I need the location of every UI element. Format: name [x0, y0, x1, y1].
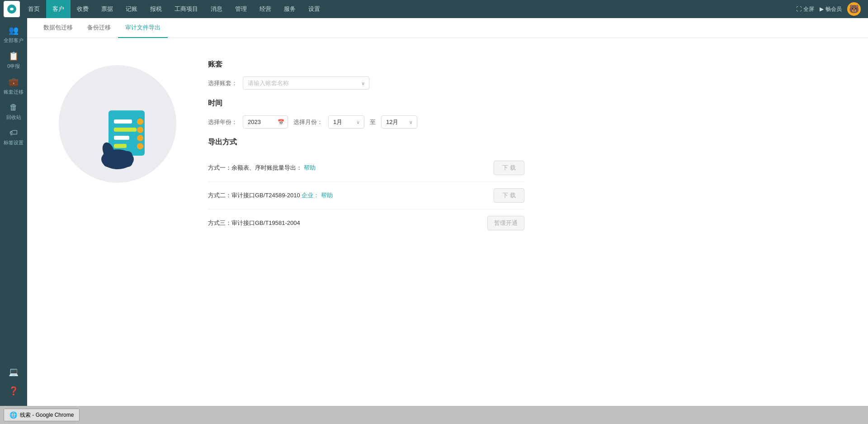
svg-point-9 [137, 143, 143, 149]
taskbar: 🌐 线索 - Google Chrome [0, 406, 868, 424]
method-row-1: 方式一：余额表、序时账批量导出： 帮助 下 载 [208, 154, 524, 182]
main-layout: 👥 全部客户 📋 0申报 💼 账套迁移 🗑 回收站 🏷 标签设置 💻 ❓ 数据包… [0, 18, 868, 406]
tab-backup-migration[interactable]: 备份迁移 [80, 18, 118, 38]
export-section-title: 导出方式 [208, 138, 524, 147]
account-section-title: 账套 [208, 60, 524, 69]
account-select-label: 选择账套： [208, 79, 237, 87]
migration-icon: 💼 [9, 77, 19, 87]
from-month-wrapper: 1月2月3月4月5月6月7月8月9月10月11月12月 [328, 115, 364, 129]
year-label: 选择年份： [208, 118, 237, 126]
method-row-2: 方式二：审计接口GB/T24589-2010 企业： 帮助 下 载 [208, 182, 524, 210]
year-input[interactable] [243, 115, 288, 129]
svg-point-6 [137, 119, 143, 125]
sidebar: 👥 全部客户 📋 0申报 💼 账套迁移 🗑 回收站 🏷 标签设置 💻 ❓ [0, 18, 27, 406]
method-1-text: 方式一：余额表、序时账批量导出： 帮助 [208, 164, 316, 172]
year-input-wrapper [243, 115, 288, 129]
to-label: 至 [370, 118, 376, 126]
sidebar-item-zero-declaration[interactable]: 📋 0申报 [1, 48, 26, 73]
svg-rect-12 [103, 151, 132, 167]
account-select[interactable]: 请输入账套名称 [243, 76, 369, 90]
logo[interactable] [4, 1, 20, 17]
method-2-enterprise-link[interactable]: 企业： [302, 192, 319, 199]
nav-settings[interactable]: 设置 [302, 0, 326, 18]
method-1-help-link[interactable]: 帮助 [304, 164, 316, 171]
to-month-select[interactable]: 1月2月3月4月5月6月7月8月9月10月11月12月 [381, 115, 417, 129]
customers-icon: 👥 [9, 25, 19, 35]
tab-audit-export[interactable]: 审计文件导出 [118, 18, 168, 38]
fullscreen-icon: ⛶ [796, 6, 802, 12]
sidebar-item-recycle-bin[interactable]: 🗑 回收站 [1, 99, 26, 124]
svg-rect-2 [114, 119, 132, 124]
time-row: 选择年份： 选择月份： 1月2月3月4月5月6月7月8月9月10月11月12月 … [208, 115, 524, 129]
nav-invoices[interactable]: 票据 [95, 0, 119, 18]
nav-business[interactable]: 工商项目 [168, 0, 204, 18]
nav-items: 首页 客户 收费 票据 记账 报税 工商项目 消息 管理 经营 服务 设置 [22, 0, 796, 18]
svg-point-8 [137, 135, 143, 141]
method-2-help-link[interactable]: 帮助 [321, 192, 333, 199]
nav-home[interactable]: 首页 [22, 0, 46, 18]
sidebar-item-account-migration[interactable]: 💼 账套迁移 [1, 73, 26, 99]
account-select-row: 选择账套： 请输入账套名称 [208, 76, 524, 90]
to-month-wrapper: 1月2月3月4月5月6月7月8月9月10月11月12月 [381, 115, 417, 129]
content-area: 数据包迁移 备份迁移 审计文件导出 [27, 18, 868, 406]
illustration-area [54, 56, 181, 388]
vip-btn[interactable]: ▶ 畅会员 [820, 5, 842, 13]
nav-operations[interactable]: 经营 [253, 0, 278, 18]
tag-icon: 🏷 [9, 128, 18, 138]
taskbar-item-chrome[interactable]: 🌐 线索 - Google Chrome [4, 409, 80, 421]
avatar[interactable]: 🐻 [847, 2, 861, 16]
from-month-select[interactable]: 1月2月3月4月5月6月7月8月9月10月11月12月 [328, 115, 364, 129]
svg-rect-5 [114, 144, 127, 148]
method-2-text: 方式二：审计接口GB/T24589-2010 企业： 帮助 [208, 191, 333, 200]
month-label: 选择月份： [293, 118, 323, 126]
illustration-circle [59, 65, 176, 183]
nav-right: ⛶ 全屏 ▶ 畅会员 🐻 [796, 2, 868, 16]
svg-rect-4 [114, 136, 129, 140]
nav-manage[interactable]: 管理 [229, 0, 253, 18]
tab-bar: 数据包迁移 备份迁移 审计文件导出 [27, 18, 868, 38]
form-area: 账套 选择账套： 请输入账套名称 时间 选择年份： 选择 [208, 56, 524, 388]
sidebar-item-all-customers[interactable]: 👥 全部客户 [1, 22, 26, 48]
method-2-download-btn[interactable]: 下 载 [494, 188, 524, 203]
nav-messages[interactable]: 消息 [204, 0, 229, 18]
monitor-icon[interactable]: 💻 [6, 364, 21, 380]
top-nav: 首页 客户 收费 票据 记账 报税 工商项目 消息 管理 经营 服务 设置 ⛶ … [0, 0, 868, 18]
svg-rect-3 [114, 128, 137, 132]
page-content: 账套 选择账套： 请输入账套名称 时间 选择年份： 选择 [27, 38, 868, 406]
time-section-title: 时间 [208, 99, 524, 108]
svg-point-7 [137, 127, 143, 133]
fullscreen-btn[interactable]: ⛶ 全屏 [796, 5, 814, 13]
help-icon[interactable]: ❓ [6, 383, 21, 399]
method-1-download-btn[interactable]: 下 载 [494, 161, 524, 175]
export-methods: 方式一：余额表、序时账批量导出： 帮助 下 载 方式二：审计接口GB/T2458… [208, 154, 524, 237]
account-select-wrapper: 请输入账套名称 [243, 76, 369, 90]
declaration-icon: 📋 [9, 51, 19, 61]
method-3-text: 方式三：审计接口GB/T19581-2004 [208, 219, 300, 227]
nav-customers[interactable]: 客户 [46, 0, 71, 18]
illustration-svg [77, 79, 158, 169]
sidebar-bottom: 💻 ❓ [6, 364, 21, 406]
tab-data-migration[interactable]: 数据包迁移 [36, 18, 80, 38]
chrome-icon: 🌐 [9, 411, 17, 419]
nav-accounting[interactable]: 记账 [119, 0, 144, 18]
vip-icon: ▶ [820, 6, 824, 12]
nav-tax[interactable]: 报税 [144, 0, 168, 18]
nav-fees[interactable]: 收费 [71, 0, 95, 18]
method-row-3: 方式三：审计接口GB/T19581-2004 暂缓开通 [208, 210, 524, 237]
sidebar-item-tag-settings[interactable]: 🏷 标签设置 [1, 124, 26, 150]
method-3-coming-soon-btn[interactable]: 暂缓开通 [487, 216, 524, 230]
recycle-icon: 🗑 [9, 103, 18, 112]
nav-services[interactable]: 服务 [278, 0, 302, 18]
